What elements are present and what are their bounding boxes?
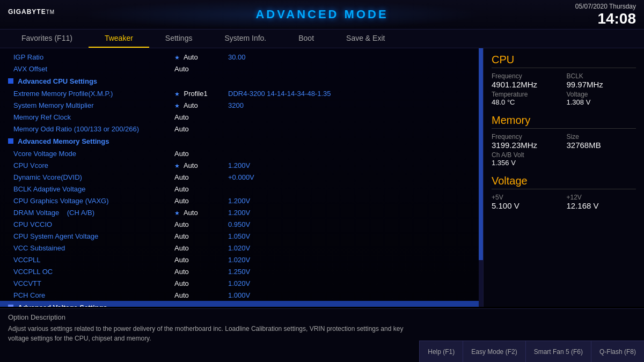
- table-row[interactable]: DRAM Voltage (CH A/B) ★ Auto 1.200V: [0, 206, 483, 218]
- bottom-buttons: Help (F1) Easy Mode (F2) Smart Fan 5 (F6…: [419, 309, 644, 362]
- cpu-freq-label: Frequency 4901.12MHz: [492, 72, 561, 89]
- setting-extra: 1.020V: [228, 279, 475, 287]
- setting-value: Auto: [174, 232, 228, 240]
- cpu-bclk-group: BCLK 99.97MHz: [567, 72, 636, 89]
- content-area: IGP Ratio ★ Auto 30.00 AVX Offset Auto A…: [0, 48, 644, 307]
- cpu-section: CPU Frequency 4901.12MHz BCLK 99.97MHz T…: [492, 54, 636, 106]
- setting-name: BCLK Adaptive Voltage: [13, 185, 174, 193]
- nav-tabs: Favorites (F11) Tweaker Settings System …: [0, 29, 644, 48]
- setting-name: CPU System Agent Voltage: [13, 232, 174, 240]
- section-header: Advanced CPU Settings: [18, 77, 475, 85]
- scrollbar[interactable]: [479, 48, 483, 307]
- setting-name: CPU Vcore: [13, 161, 174, 169]
- star-icon: ★: [174, 162, 180, 169]
- scroll-thumb[interactable]: [479, 48, 483, 260]
- star-icon: ★: [174, 91, 180, 97]
- voltage-title: Voltage: [492, 175, 636, 189]
- setting-name: PCH Core: [13, 291, 174, 299]
- tab-system-info[interactable]: System Info.: [208, 29, 282, 48]
- voltage-info-grid: +5V 5.100 V +12V 12.168 V: [492, 194, 636, 210]
- bottom-bar: Option Description Adjust various settin…: [0, 308, 644, 362]
- setting-value: Auto: [174, 279, 228, 287]
- mem-size-group: Size 32768MB: [567, 133, 636, 150]
- v5-group: +5V 5.100 V: [492, 194, 561, 210]
- tab-save-exit[interactable]: Save & Exit: [330, 29, 401, 48]
- cpu-voltage-label: Voltage: [567, 91, 636, 98]
- help-button[interactable]: Help (F1): [419, 341, 463, 362]
- setting-name: CPU Graphics Voltage (VAXG): [13, 197, 174, 205]
- easy-mode-button[interactable]: Easy Mode (F2): [463, 341, 525, 362]
- right-panel: CPU Frequency 4901.12MHz BCLK 99.97MHz T…: [483, 48, 644, 307]
- setting-name: Memory Odd Ratio (100/133 or 200/266): [13, 125, 174, 133]
- setting-name: VCCVTT: [13, 279, 174, 287]
- tab-favorites[interactable]: Favorites (F11): [5, 29, 89, 48]
- table-row[interactable]: BCLK Adaptive Voltage Auto: [0, 183, 483, 195]
- table-row[interactable]: VCCPLL Auto 1.020V: [0, 254, 483, 265]
- setting-value: Auto: [174, 268, 228, 276]
- mem-size-value: 32768MB: [567, 141, 636, 150]
- setting-value: Auto: [174, 185, 228, 193]
- setting-name: VCCPLL: [13, 256, 174, 264]
- setting-value: Auto: [174, 291, 228, 299]
- setting-value: Auto: [174, 150, 228, 158]
- setting-value: ★ Auto: [174, 161, 228, 169]
- voltage-section: Voltage +5V 5.100 V +12V 12.168 V: [492, 175, 636, 210]
- datetime: 05/07/2020 Thursday 14:08: [575, 2, 636, 27]
- description-panel: Option Description Adjust various settin…: [0, 309, 419, 362]
- table-row[interactable]: PCH Core Auto 1.000V: [0, 289, 483, 301]
- setting-value: ★ Auto: [174, 101, 228, 109]
- cpu-temp-value: 48.0 °C: [492, 98, 561, 106]
- setting-value: ★ Auto: [174, 53, 228, 61]
- table-row[interactable]: Vcore Voltage Mode Auto: [0, 147, 483, 159]
- tab-tweaker[interactable]: Tweaker: [89, 29, 149, 48]
- cpu-title: CPU: [492, 54, 636, 68]
- table-row[interactable]: AVX Offset Auto: [0, 63, 483, 75]
- table-row[interactable]: VCC Substained Auto 1.020V: [0, 242, 483, 254]
- setting-extra: 1.020V: [228, 244, 475, 252]
- setting-extra: 1.250V: [228, 268, 475, 276]
- table-row[interactable]: CPU Vcore ★ Auto 1.200V: [0, 159, 483, 171]
- setting-extra: 1.000V: [228, 291, 475, 299]
- date-display: 05/07/2020 Thursday: [575, 3, 636, 10]
- setting-value: Auto: [174, 220, 228, 228]
- star-icon: ★: [174, 210, 180, 216]
- setting-value: Auto: [174, 125, 228, 133]
- star-icon: ★: [174, 54, 180, 61]
- table-row[interactable]: System Memory Multiplier ★ Auto 3200: [0, 99, 483, 111]
- setting-value: Auto: [174, 244, 228, 252]
- setting-extra: 3200: [228, 101, 475, 109]
- setting-name: Memory Ref Clock: [13, 113, 174, 121]
- table-row[interactable]: Memory Odd Ratio (100/133 or 200/266) Au…: [0, 123, 483, 135]
- table-row[interactable]: CPU Graphics Voltage (VAXG) Auto 1.200V: [0, 195, 483, 206]
- table-row[interactable]: Dynamic Vcore(DVID) Auto +0.000V: [0, 171, 483, 183]
- setting-extra: 30.00: [228, 53, 475, 61]
- setting-name: Dynamic Vcore(DVID): [13, 173, 174, 181]
- v5-label: +5V: [492, 194, 561, 201]
- section-icon: [8, 138, 13, 144]
- setting-value: Auto: [174, 197, 228, 205]
- setting-value: ★ Auto: [174, 209, 228, 217]
- cpu-bclk-value: 99.97MHz: [567, 80, 636, 89]
- table-row[interactable]: Extreme Memory Profile(X.M.P.) ★ Profile…: [0, 87, 483, 99]
- setting-name: Extreme Memory Profile(X.M.P.): [13, 90, 174, 98]
- tab-boot[interactable]: Boot: [282, 29, 330, 48]
- table-row[interactable]: CPU VCCIO Auto 0.950V: [0, 218, 483, 230]
- table-row[interactable]: IGP Ratio ★ Auto 30.00: [0, 51, 483, 63]
- setting-extra: 0.950V: [228, 220, 475, 228]
- setting-name: System Memory Multiplier: [13, 101, 174, 109]
- setting-extra: +0.000V: [228, 173, 475, 181]
- cpu-temp-group: Temperature 48.0 °C: [492, 91, 561, 106]
- qflash-button[interactable]: Q-Flash (F8): [591, 341, 644, 362]
- tab-settings[interactable]: Settings: [149, 29, 209, 48]
- section-header: Advanced Memory Settings: [18, 137, 475, 145]
- v12-group: +12V 12.168 V: [567, 194, 636, 210]
- table-row[interactable]: CPU System Agent Voltage Auto 1.050V: [0, 230, 483, 242]
- desc-text: Adjust various settings related to the p…: [8, 324, 411, 343]
- table-row[interactable]: VCCPLL OC Auto 1.250V: [0, 265, 483, 277]
- table-row[interactable]: VCCVTT Auto 1.020V: [0, 277, 483, 289]
- section-advanced-voltage[interactable]: Advanced Voltage Settings: [0, 301, 483, 307]
- setting-extra: 1.050V: [228, 232, 475, 240]
- smart-fan-button[interactable]: Smart Fan 5 (F6): [525, 341, 591, 362]
- table-row[interactable]: Memory Ref Clock Auto: [0, 111, 483, 123]
- setting-name: VCC Substained: [13, 244, 174, 252]
